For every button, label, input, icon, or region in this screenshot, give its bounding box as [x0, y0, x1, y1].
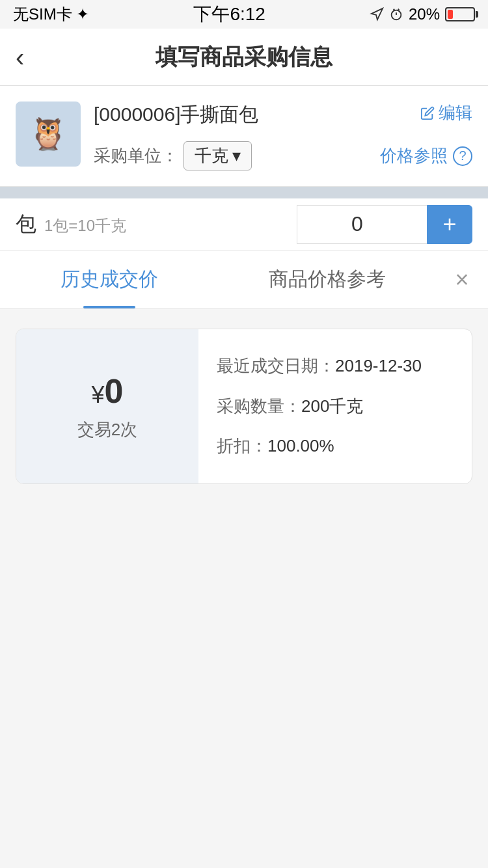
tab-history-label: 历史成交价	[61, 266, 158, 293]
price-card: ¥0 交易2次 最近成交日期：2019-12-30 采购数量：200千克 折扣：…	[16, 329, 472, 484]
purchase-unit-row: 采购单位： 千克 ▾ 价格参照 ?	[94, 141, 472, 170]
purchase-qty-row: 采购数量：200千克	[217, 393, 454, 420]
card-left: ¥0 交易2次	[16, 329, 198, 483]
edit-button[interactable]: 编辑	[420, 102, 472, 124]
recent-date-label: 最近成交日期：	[217, 356, 335, 375]
quantity-conversion: 1包=10千克	[44, 215, 126, 236]
recent-date-value: 2019-12-30	[335, 356, 422, 375]
purchase-qty-value: 200千克	[301, 396, 363, 416]
quantity-input-group[interactable]: +	[297, 205, 472, 244]
price-ref-button[interactable]: 价格参照 ?	[380, 144, 472, 167]
battery-icon	[445, 7, 475, 21]
svg-line-4	[398, 9, 400, 10]
location-icon	[370, 7, 384, 21]
status-left: 无SIM卡 ✦	[13, 4, 89, 25]
info-circle-icon: ?	[453, 146, 472, 166]
quantity-row: 包 1包=10千克 +	[0, 198, 488, 251]
alarm-icon	[389, 7, 403, 21]
discount-label: 折扣：	[217, 436, 267, 455]
status-bar: 无SIM卡 ✦ 下午6:12 20%	[0, 0, 488, 29]
tab-active-indicator	[83, 306, 135, 308]
quantity-unit: 包	[16, 210, 36, 239]
product-info: [0000006]手撕面包 编辑 采购单位： 千克 ▾ 价格参照 ?	[94, 102, 472, 170]
svg-line-3	[393, 9, 394, 10]
unit-select[interactable]: 千克 ▾	[183, 141, 252, 170]
back-button[interactable]: ‹	[16, 44, 24, 70]
product-image: 🦉	[16, 102, 81, 167]
card-area: ¥0 交易2次 最近成交日期：2019-12-30 采购数量：200千克 折扣：…	[0, 309, 488, 765]
price-currency-symbol: ¥	[92, 381, 105, 408]
edit-icon	[420, 106, 435, 120]
price-value: 0	[105, 372, 124, 410]
price-ref-label: 价格参照	[380, 144, 448, 167]
product-thumbnail-icon: 🦉	[29, 116, 68, 152]
card-right: 最近成交日期：2019-12-30 采购数量：200千克 折扣：100.00%	[198, 329, 472, 483]
unit-value: 千克	[195, 144, 228, 167]
tab-price-ref-label: 商品价格参考	[269, 266, 386, 293]
product-header: [0000006]手撕面包 编辑	[94, 102, 472, 128]
quantity-input[interactable]	[297, 205, 427, 244]
nav-bar: ‹ 填写商品采购信息	[0, 29, 488, 86]
price-amount: ¥0	[92, 372, 124, 411]
dropdown-arrow-icon: ▾	[232, 146, 241, 166]
tab-close-button[interactable]: ×	[436, 251, 488, 308]
page-title: 填写商品采购信息	[156, 42, 332, 72]
purchase-qty-label: 采购数量：	[217, 396, 301, 416]
svg-point-1	[392, 10, 401, 20]
status-time: 下午6:12	[193, 2, 265, 27]
trade-count: 交易2次	[77, 418, 137, 441]
svg-marker-0	[372, 8, 383, 20]
unit-label: 采购单位：	[94, 144, 178, 167]
product-section: 🦉 [0000006]手撕面包 编辑 采购单位： 千克 ▾ 价格参照	[0, 86, 488, 187]
status-right: 20%	[370, 5, 475, 23]
tab-history-price[interactable]: 历史成交价	[0, 251, 218, 308]
tab-price-ref[interactable]: 商品价格参考	[218, 251, 436, 308]
section-divider	[0, 187, 488, 198]
discount-value: 100.00%	[267, 436, 334, 455]
product-name: [0000006]手撕面包	[94, 102, 258, 128]
quantity-plus-button[interactable]: +	[427, 205, 472, 244]
battery-percent: 20%	[409, 5, 440, 23]
carrier-label: 无SIM卡 ✦	[13, 4, 89, 25]
quantity-label-group: 包 1包=10千克	[16, 210, 297, 239]
recent-date-row: 最近成交日期：2019-12-30	[217, 353, 454, 380]
discount-row: 折扣：100.00%	[217, 433, 454, 460]
tabs-section: 历史成交价 商品价格参考 ×	[0, 251, 488, 309]
